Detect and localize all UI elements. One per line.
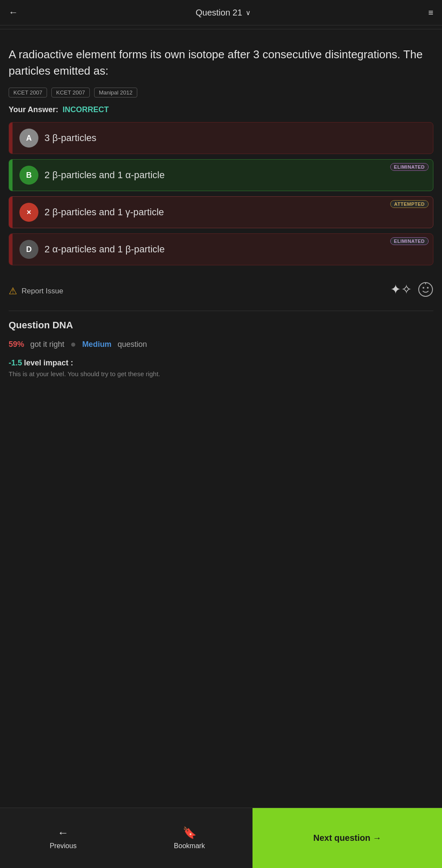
- option-b-label: B: [26, 171, 32, 180]
- option-d[interactable]: ELIMINATED D 2 α-particles and 1 β-parti…: [9, 233, 433, 265]
- previous-icon: ←: [57, 826, 69, 840]
- warning-icon: ⚠: [9, 286, 17, 297]
- header: ← Question 21 ∨ ≡: [0, 0, 442, 25]
- bookmark-label: Bookmark: [174, 842, 205, 850]
- option-b-badge: ELIMINATED: [390, 163, 429, 171]
- level-impact: -1.5 level impact : This is at your leve…: [9, 359, 433, 377]
- main-content: A radioactive element forms its own isot…: [0, 38, 442, 455]
- option-c-text: 2 β-particles and 1 γ-particle: [44, 206, 164, 219]
- option-a-inner: A 3 β-particles: [13, 123, 433, 154]
- dot-separator: ●: [70, 339, 76, 350]
- report-icons: ✦✧: [390, 282, 433, 300]
- face-icon[interactable]: [418, 282, 433, 300]
- your-answer-row: Your Answer: INCORRECT: [9, 105, 433, 114]
- question-label: question: [117, 340, 147, 349]
- option-d-inner: D 2 α-particles and 1 β-particle: [13, 234, 433, 265]
- dna-title: Question DNA: [9, 320, 433, 331]
- svg-point-2: [427, 287, 429, 289]
- dna-section: Question DNA 59% got it right ● Medium q…: [9, 320, 433, 390]
- header-title: Question 21 ∨: [196, 8, 251, 18]
- option-d-circle: D: [19, 240, 38, 259]
- option-a-text: 3 β-particles: [44, 132, 96, 145]
- previous-label: Previous: [50, 842, 76, 850]
- bottom-spacer: [9, 390, 433, 455]
- option-c-badge: ATTEMPTED: [390, 200, 429, 208]
- impact-label: level impact :: [24, 359, 73, 367]
- option-b-circle: B: [19, 166, 38, 185]
- option-b[interactable]: ELIMINATED B 2 β-particles and 1 α-parti…: [9, 159, 433, 191]
- report-label: Report Issue: [22, 287, 63, 296]
- dna-stats: 59% got it right ● Medium question: [9, 339, 433, 350]
- impact-desc: This is at your level. You should try to…: [9, 370, 433, 377]
- chevron-down-icon[interactable]: ∨: [246, 9, 251, 17]
- difficulty-label: Medium: [82, 340, 111, 349]
- got-right-text: got it right: [30, 340, 64, 349]
- tags-container: KCET 2007 KCET 2007 Manipal 2012: [9, 88, 433, 97]
- option-d-text: 2 α-particles and 1 β-particle: [44, 243, 165, 256]
- option-a[interactable]: A 3 β-particles: [9, 122, 433, 154]
- answer-status: INCORRECT: [63, 105, 109, 114]
- back-button[interactable]: ←: [9, 7, 18, 18]
- tag-0: KCET 2007: [9, 88, 47, 97]
- bookmark-icon: 🔖: [183, 826, 196, 840]
- svg-point-1: [423, 287, 424, 289]
- correct-percent: 59%: [9, 340, 24, 349]
- section-divider: [9, 311, 433, 311]
- report-left[interactable]: ⚠ Report Issue: [9, 286, 63, 297]
- bottom-nav: ← Previous 🔖 Bookmark Next question →: [0, 808, 442, 868]
- your-answer-label: Your Answer:: [9, 105, 58, 114]
- tag-2: Manipal 2012: [94, 88, 137, 97]
- question-title: Question 21: [196, 8, 242, 18]
- option-c-label: ×: [27, 208, 32, 217]
- option-b-text: 2 β-particles and 1 α-particle: [44, 169, 165, 182]
- menu-icon[interactable]: ≡: [428, 8, 433, 18]
- header-divider: [0, 29, 442, 29]
- sparkle-icon[interactable]: ✦✧: [390, 282, 412, 300]
- option-c-circle: ×: [19, 203, 38, 222]
- tag-1: KCET 2007: [51, 88, 90, 97]
- option-a-label: A: [26, 134, 32, 143]
- question-text: A radioactive element forms its own isot…: [9, 47, 433, 79]
- option-d-label: D: [26, 245, 32, 254]
- next-button-label: Next question →: [313, 833, 382, 843]
- option-c-inner: × 2 β-particles and 1 γ-particle: [13, 197, 433, 228]
- svg-point-0: [419, 283, 433, 296]
- option-c[interactable]: ATTEMPTED × 2 β-particles and 1 γ-partic…: [9, 196, 433, 228]
- option-b-inner: B 2 β-particles and 1 α-particle: [13, 160, 433, 191]
- bookmark-button[interactable]: 🔖 Bookmark: [126, 808, 253, 868]
- next-question-button[interactable]: Next question →: [253, 808, 442, 868]
- option-a-circle: A: [19, 129, 38, 148]
- previous-button[interactable]: ← Previous: [0, 808, 126, 868]
- option-d-badge: ELIMINATED: [390, 237, 429, 245]
- options-list: A 3 β-particles ELIMINATED B 2 β-particl…: [9, 122, 433, 265]
- impact-value: -1.5: [9, 359, 22, 367]
- report-row: ⚠ Report Issue ✦✧: [9, 276, 433, 306]
